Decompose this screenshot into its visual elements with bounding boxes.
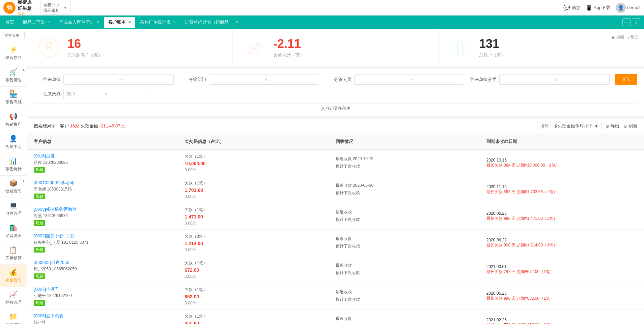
sidebar-item-ecommerce[interactable]: 💻 电商管理 (0, 198, 27, 220)
query-button[interactable]: 查询 (615, 74, 637, 85)
video-action[interactable]: ▶ 视频 (612, 34, 624, 40)
tab-close-product-history[interactable]: ✕ (96, 20, 100, 25)
customer-name-6[interactable]: [0006]去下粮仓 (34, 313, 63, 318)
tab-maximize-button[interactable]: ⤢ (632, 18, 640, 26)
main-layout: ⚡ 快捷导航 🛒 零售管理 ▲ 🏪 零售商城 📢 营销推广 👤 会员中心 📊 零… (0, 29, 644, 324)
export-button[interactable]: ⊙ 导出 (606, 123, 619, 129)
stat-debt-amount-icon (243, 36, 267, 59)
customer-info-6: [0006]去下粮仓 陈小希 现销 (34, 313, 185, 324)
table-row: [0016]吕俊 吕俊 13026203696 现销 欠款（1笔） 10,000… (27, 150, 644, 176)
svg-rect-5 (464, 46, 469, 56)
tab-close-purchase-order[interactable]: ✕ (173, 20, 176, 25)
tab-stock-summary[interactable]: 进货单统计表（按商品） ✕ (181, 17, 243, 28)
search-input[interactable] (2, 32, 25, 39)
export-icon: ⊙ (606, 124, 609, 129)
sidebar-item-retail-stats[interactable]: 📊 零售统计 (0, 153, 27, 176)
refresh-icon: ⊙ (623, 124, 627, 129)
stat-total-customers: 131 总客户（家） ▶ 视频 ? 帮助 (439, 29, 644, 66)
tab-product-on-off[interactable]: 商品上下架 ✕ (19, 17, 54, 28)
filter-supplier: 往来单位 ··· (34, 75, 174, 85)
filter-row-1: 往来单位 ··· 分管部门 ▼ 分管人员 (34, 74, 637, 85)
department-arrow-icon: ▼ (264, 77, 316, 82)
overdue-link-2[interactable]: 超期¥1,471.00（1笔） (517, 216, 557, 221)
tab-close-product-on-off[interactable]: ✕ (47, 20, 50, 25)
sidebar-item-purchase[interactable]: 🛍️ 采购管理 (0, 220, 27, 242)
tab-product-history[interactable]: 产成品入库单历史 ✕ (55, 17, 104, 28)
overdue-link-1[interactable]: 超期¥1,703.68（1笔） (517, 189, 557, 194)
ecommerce-icon: 💻 (9, 201, 18, 209)
recovery-info-2: 最近收款 预计下次收款 (336, 209, 486, 223)
customer-name-4[interactable]: [000002]用户2050 (34, 260, 69, 265)
overdue-link-5[interactable]: 超期¥652.00（1笔） (517, 296, 554, 301)
sidebar-item-basic-info[interactable]: 📁 基础信息 (0, 309, 27, 324)
help-action[interactable]: ? 帮助 (627, 34, 639, 40)
env-select[interactable]: 母婴行业演示账套 ▼ (40, 1, 71, 14)
customer-name-1[interactable]: [0001020001]李老师 (34, 180, 74, 185)
overdue-link-4[interactable]: 超期¥672.00（1笔） (517, 269, 554, 274)
sidebar-item-member[interactable]: 👤 会员中心 (0, 131, 27, 153)
stat-debt-customers-icon (37, 36, 61, 59)
overdue-link-3[interactable]: 超期¥1,214.00（3笔） (517, 243, 557, 247)
stat-debt-customers-value: 16 (67, 37, 103, 51)
sort-select[interactable]: 排序：按欠款金额倒序排序 ▼ (537, 122, 601, 130)
customer-name-0[interactable]: [0016]吕俊 (34, 153, 55, 158)
tab-customer-account[interactable]: 客户账本 ✕ (104, 17, 135, 28)
supplier-type-arrow-icon: ▼ (555, 77, 607, 82)
tab-close-customer-account[interactable]: ✕ (128, 20, 131, 25)
filter-department-label: 分管部门 (179, 77, 206, 83)
filter-balance-input[interactable]: 选择... ▼ (63, 89, 145, 99)
app-download-button[interactable]: 📱 App下载 (586, 4, 610, 11)
tab-home[interactable]: 首页 (1, 17, 18, 28)
tab-purchase-order[interactable]: 采购订单统计表 ✕ (136, 17, 180, 28)
customer-name-5[interactable]: [0007]小进干 (34, 287, 59, 292)
stat-debt-customers: 16 总欠款客户（家） (27, 29, 233, 66)
sidebar-item-retail-mgmt[interactable]: 🛒 零售管理 ▲ (0, 64, 27, 87)
sidebar-item-retail-mall[interactable]: 🏪 零售商城 (0, 87, 27, 109)
filter-supplier-type-input[interactable]: ▼ (499, 75, 610, 85)
sort-label: 排序：按欠款金额倒序排序 (540, 123, 593, 129)
customer-name-3[interactable]: [0002]服务中心_丁磊 (34, 233, 75, 238)
overdue-info-4: 2021.03.01 最长欠款 747 天 超期¥672.00（1笔） (486, 264, 637, 275)
batch-mgmt-arrow: ▼ (22, 179, 25, 183)
overdue-link-6[interactable]: 超期¥455.90（1笔） (517, 323, 554, 324)
overdue-link-0[interactable]: 超期¥10,000.00（1笔） (517, 163, 560, 168)
message-button[interactable]: 💬 消息 (563, 4, 580, 11)
message-icon: 💬 (563, 4, 570, 11)
tab-close-stock-summary[interactable]: ✕ (235, 20, 239, 25)
collapse-button[interactable]: ⋀ 收起更多条件 (319, 104, 352, 113)
filter-department-input[interactable]: ▼ (209, 75, 319, 85)
sidebar-item-marketing[interactable]: 📢 营销推广 (0, 109, 27, 131)
user-menu[interactable]: 👤 demo2 (616, 3, 641, 13)
filter-manager-input[interactable]: ··· (354, 75, 465, 85)
customer-meta-6: 陈小希 (34, 320, 185, 324)
tab-bar: 首页 商品上下架 ✕ 产成品入库单历史 ✕ 客户账本 ✕ 采购订单统计表 ✕ 进… (0, 16, 644, 29)
sidebar-item-inventory[interactable]: 📋 库存核算 (0, 242, 27, 265)
table-row: [0003]畅捷服务尹海燕 海燕 18513066976 现销 欠款（1笔） 1… (27, 203, 644, 230)
stat-total-customers-actions: ▶ 视频 ? 帮助 (612, 34, 639, 40)
sidebar-item-quick-nav[interactable]: ⚡ 快捷导航 (0, 42, 27, 64)
video-icon: ▶ (612, 35, 615, 40)
svg-rect-3 (452, 44, 457, 56)
stat-debt-amount-info: -2.11 欠款合计（万） (273, 37, 304, 58)
customer-tag-2: 现销 (34, 220, 45, 226)
sidebar-item-operations[interactable]: 📈 经营管理 (0, 287, 27, 309)
customer-tag-3: 现销 (34, 247, 45, 253)
debt-info-6: 欠款（1笔） 455.90 0.00% (185, 314, 335, 324)
header-customer-info: 客户信息 (34, 137, 185, 146)
header-debt-info: 欠交易信息（占比） (185, 137, 335, 146)
avatar: 👤 (616, 3, 626, 13)
customer-tag-0: 现销 (34, 167, 45, 173)
customer-name-2[interactable]: [0003]畅捷服务尹海燕 (34, 207, 77, 212)
customer-info-0: [0016]吕俊 吕俊 13026203696 现销 (34, 153, 185, 173)
tab-minimize-button[interactable]: — (622, 18, 631, 26)
filter-supplier-input[interactable]: ··· (63, 75, 174, 85)
customer-info-5: [0007]小进干 小进干 18279152100 现销 (34, 286, 185, 306)
recovery-info-6: 最近收款 预计下次收款 (336, 315, 486, 324)
sidebar-item-finance[interactable]: 💰 资金管理 (0, 265, 27, 287)
debt-info-4: 欠款（1笔） 672.00 0.00% (185, 260, 335, 279)
refresh-button[interactable]: ⊙ 刷新 (623, 123, 637, 129)
sidebar-item-batch-mgmt[interactable]: 📦 批发管理 ▼ (0, 176, 27, 198)
stat-total-customers-info: 131 总客户（家） (479, 37, 505, 58)
retail-mall-icon: 🏪 (9, 90, 18, 98)
demo-tag[interactable]: 示意 (18, 11, 35, 16)
